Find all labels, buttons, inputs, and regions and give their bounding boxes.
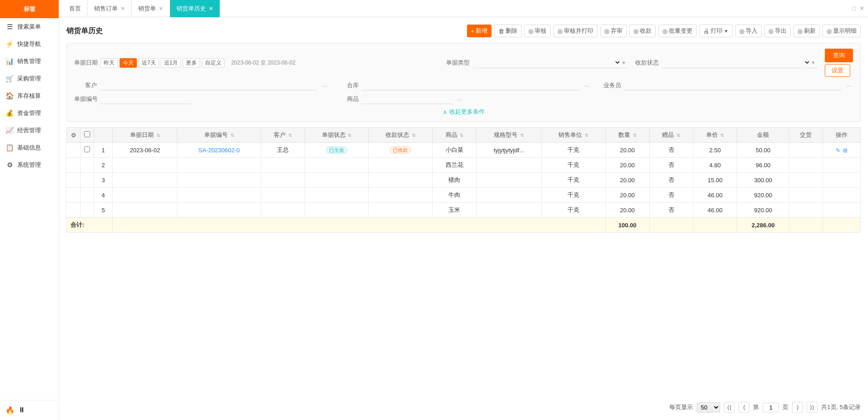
- warehouse-input[interactable]: [361, 80, 579, 90]
- cell-price: 46.00: [693, 203, 737, 218]
- salesperson-input[interactable]: [624, 80, 842, 90]
- collect-status-select[interactable]: [663, 59, 811, 66]
- last-page-btn[interactable]: ⟩⟩: [807, 402, 818, 413]
- sidebar-item-finance[interactable]: 💰 资金管理: [0, 105, 59, 122]
- customer-ellipsis[interactable]: ···: [320, 82, 329, 89]
- tab-sales-order-close[interactable]: ✕: [120, 5, 125, 12]
- cell-unit: 千克: [542, 158, 606, 173]
- col-spec[interactable]: 规格型号 ⇅: [477, 128, 542, 143]
- collect-status-sort-icon: ⇅: [412, 133, 416, 138]
- sidebar-item-operations[interactable]: 📈 经营管理: [0, 122, 59, 139]
- col-doc-date[interactable]: 单据日期 ⇅: [113, 128, 177, 143]
- tab-sales-order[interactable]: 销售订单 ✕: [88, 0, 132, 17]
- customer-input[interactable]: [100, 80, 317, 90]
- sum-trade: [789, 218, 823, 233]
- qty-sort-icon: ⇅: [633, 133, 637, 138]
- cell-spec: [477, 173, 542, 188]
- col-unit[interactable]: 销售单位 ⇅: [542, 128, 606, 143]
- row-checkbox[interactable]: [84, 146, 90, 152]
- filter-customer: 客户 ···: [74, 80, 329, 90]
- sidebar-item-inventory[interactable]: 🏠 库存核算: [0, 87, 59, 105]
- sidebar-item-search-menu[interactable]: ☰ 搜索菜单: [0, 18, 59, 35]
- show-detail-button[interactable]: ◎ 显示明细: [823, 25, 861, 37]
- first-page-btn[interactable]: ⟨⟨: [724, 402, 735, 413]
- sidebar-item-quick-nav[interactable]: ⚡ 快捷导航: [0, 35, 59, 53]
- last1m-btn[interactable]: 近1月: [161, 58, 181, 68]
- sidebar-item-base-info[interactable]: 📋 基础信息: [0, 139, 59, 156]
- col-collect-status[interactable]: 收款状态 ⇅: [369, 128, 433, 143]
- prev-page-btn[interactable]: ⟨: [738, 402, 749, 413]
- col-doc-status[interactable]: 单据状态 ⇅: [305, 128, 369, 143]
- query-button[interactable]: 查询: [825, 49, 853, 62]
- cell-settings: [67, 158, 80, 173]
- warehouse-ellipsis[interactable]: ···: [582, 82, 591, 89]
- batch-change-button[interactable]: ◎ 批量变更: [658, 25, 697, 37]
- tab-home[interactable]: 首页: [63, 0, 88, 17]
- audit-print-button[interactable]: ◎ 审核并打印: [553, 25, 597, 37]
- sidebar-pause-icon[interactable]: ⏸: [18, 406, 25, 415]
- doc-type-select[interactable]: [474, 59, 622, 66]
- window-maximize-icon[interactable]: □: [852, 5, 856, 12]
- custom-btn[interactable]: 自定义: [202, 58, 225, 68]
- next-page-btn[interactable]: ⟩: [792, 402, 803, 413]
- page-header: 销货单历史 + 新增 🗑 删除 ◎ 审核 ◎ 审核并打印: [66, 25, 861, 37]
- tab-sales-history[interactable]: 销货单历史 ✕: [170, 0, 220, 17]
- col-qty[interactable]: 数量 ⇅: [605, 128, 649, 143]
- import-button[interactable]: ◎ 导入: [735, 25, 762, 37]
- col-customer[interactable]: 客户 ⇅: [261, 128, 305, 143]
- salesperson-ellipsis[interactable]: ···: [844, 82, 853, 89]
- tab-sales-delivery[interactable]: 销货单 ✕: [132, 0, 170, 17]
- page-title: 销货单历史: [66, 26, 103, 36]
- col-goods[interactable]: 商品 ⇅: [432, 128, 476, 143]
- collapse-button[interactable]: ∧ 收起更多条件: [74, 108, 853, 116]
- sidebar-item-purchase-mgmt[interactable]: 🛒 采购管理: [0, 70, 59, 87]
- edit-action-btn[interactable]: ✎: [836, 147, 840, 154]
- cell-spec: [477, 158, 542, 173]
- setting-button[interactable]: 设置: [825, 64, 850, 77]
- collect-button[interactable]: ◎ 收款: [629, 25, 656, 37]
- col-doc-no[interactable]: 单据编号 ⇅: [177, 128, 261, 143]
- window-close-icon[interactable]: ✕: [859, 5, 864, 12]
- abandon-button[interactable]: ◎ 弃审: [600, 25, 627, 37]
- cell-doc-no[interactable]: SA-20230602-0: [177, 143, 261, 158]
- page-input[interactable]: [763, 403, 779, 412]
- sidebar-item-label: 采购管理: [17, 75, 41, 83]
- col-price[interactable]: 单价 ⇅: [693, 128, 737, 143]
- refresh-button[interactable]: ◎ 刷新: [793, 25, 820, 37]
- col-gift[interactable]: 赠品 ⇅: [649, 128, 693, 143]
- more-btn[interactable]: 更多: [183, 58, 200, 68]
- sidebar-item-sys-mgmt[interactable]: ⚙ 系统管理: [0, 156, 59, 174]
- col-settings[interactable]: ⚙: [67, 128, 80, 143]
- sidebar-item-sales-mgmt[interactable]: 📊 销售管理: [0, 53, 59, 70]
- sidebar-item-label: 资金管理: [17, 109, 41, 117]
- export-button[interactable]: ◎ 导出: [764, 25, 791, 37]
- quick-nav-icon: ⚡: [5, 40, 14, 48]
- doc-no-link[interactable]: SA-20230602-0: [198, 147, 240, 154]
- last7-btn[interactable]: 近7天: [139, 58, 159, 68]
- cell-row-num: 3: [94, 173, 113, 188]
- cell-amount: 50.00: [737, 143, 789, 158]
- tab-bar-right: □ ✕: [852, 5, 864, 12]
- goods-ellipsis[interactable]: ···: [455, 96, 464, 103]
- goods-input[interactable]: [361, 94, 452, 104]
- audit-button[interactable]: ◎ 审核: [524, 25, 551, 37]
- filter-doc-no: 单据编号: [74, 94, 329, 104]
- doc-no-label: 单据编号: [74, 95, 98, 103]
- yesterday-btn[interactable]: 昨天: [100, 58, 118, 68]
- tab-sales-delivery-close[interactable]: ✕: [159, 5, 163, 12]
- print-button[interactable]: 🖨 打印 ▼: [699, 25, 733, 37]
- tab-sales-history-close[interactable]: ✕: [209, 5, 213, 12]
- delete-button[interactable]: 🗑 删除: [494, 25, 522, 37]
- doc-no-input[interactable]: [100, 94, 191, 104]
- customer-sort-icon: ⇅: [288, 133, 292, 138]
- cell-gift: 否: [649, 203, 693, 218]
- add-button[interactable]: + 新增: [467, 25, 492, 37]
- sum-qty: 100.00: [605, 218, 649, 233]
- page-size-select[interactable]: 50 100 200: [697, 402, 720, 413]
- cell-action: [823, 173, 860, 188]
- today-btn[interactable]: 今天: [120, 58, 137, 68]
- sidebar-fire-icon[interactable]: 🔥: [5, 406, 15, 415]
- copy-action-btn[interactable]: ⊞: [843, 147, 848, 154]
- select-all-checkbox[interactable]: [84, 131, 90, 137]
- cell-trade: [789, 203, 823, 218]
